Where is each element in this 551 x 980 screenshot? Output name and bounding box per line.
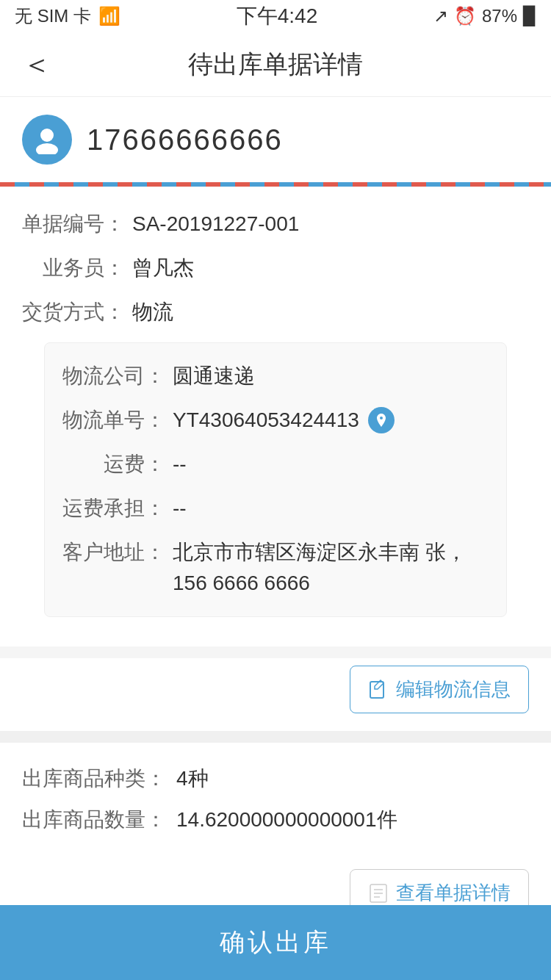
carrier-text: 无 SIM 卡	[15, 4, 91, 28]
customer-phone: 17666666666	[87, 123, 283, 156]
edit-btn-row: 编辑物流信息	[0, 658, 551, 731]
status-bar: 无 SIM 卡 📶 下午4:42 ↗ ⏰ 87% ▉	[0, 0, 551, 32]
product-quantity-value: 14.620000000000001件	[176, 806, 529, 834]
confirm-button[interactable]: 确认出库	[220, 926, 331, 959]
wifi-icon: 📶	[98, 6, 120, 26]
tracking-number: YT43064053424413	[173, 405, 359, 436]
edit-icon	[368, 680, 389, 700]
back-button[interactable]: ＜	[22, 37, 59, 92]
location-icon[interactable]	[368, 407, 395, 433]
address-label: 客户地址：	[62, 537, 165, 568]
order-number-row: 单据编号： SA-20191227-001	[22, 209, 529, 239]
customer-avatar	[22, 115, 72, 165]
confirm-btn-wrap: 确认出库	[0, 905, 551, 980]
freight-value: --	[173, 449, 489, 480]
freight-bearer-row: 运费承担： --	[62, 493, 489, 524]
order-number-value: SA-20191227-001	[132, 209, 529, 239]
logistics-company-value: 圆通速递	[173, 361, 489, 392]
location-service-icon: ↗	[433, 6, 448, 26]
logistics-tracking-value: YT43064053424413	[173, 405, 489, 436]
svg-point-1	[36, 143, 58, 154]
delivery-row: 交货方式： 物流	[22, 297, 529, 328]
salesperson-label: 业务员：	[22, 253, 125, 284]
edit-logistics-label: 编辑物流信息	[396, 677, 511, 702]
salesperson-value: 曾凡杰	[132, 253, 529, 284]
battery-icon: ▉	[523, 6, 536, 26]
address-value: 北京市市辖区海淀区永丰南 张，156 6666 6666	[173, 537, 489, 599]
edit-logistics-button[interactable]: 编辑物流信息	[350, 666, 529, 713]
product-types-row: 出库商品种类： 4种	[22, 765, 529, 793]
order-info-section: 单据编号： SA-20191227-001 业务员： 曾凡杰 交货方式： 物流 …	[0, 187, 551, 646]
product-types-label: 出库商品种类：	[22, 765, 169, 793]
freight-row: 运费： --	[62, 449, 489, 480]
product-quantity-label: 出库商品数量：	[22, 806, 169, 834]
battery-text: 87%	[482, 6, 517, 26]
delivery-label: 交货方式：	[22, 297, 125, 328]
product-section: 出库商品种类： 4种 出库商品数量： 14.620000000000001件	[0, 743, 551, 862]
document-icon	[368, 883, 389, 904]
status-left: 无 SIM 卡 📶	[15, 4, 120, 28]
logistics-tracking-row: 物流单号： YT43064053424413	[62, 405, 489, 436]
status-time: 下午4:42	[237, 2, 318, 30]
order-number-label: 单据编号：	[22, 209, 125, 239]
customer-header: 17666666666	[0, 97, 551, 182]
freight-bearer-label: 运费承担：	[62, 493, 165, 524]
address-row: 客户地址： 北京市市辖区海淀区永丰南 张，156 6666 6666	[62, 537, 489, 599]
map-pin-svg	[373, 412, 389, 428]
alarm-icon: ⏰	[454, 6, 476, 26]
logistics-company-row: 物流公司： 圆通速递	[62, 361, 489, 392]
status-right: ↗ ⏰ 87% ▉	[433, 6, 536, 26]
logistics-card: 物流公司： 圆通速递 物流单号： YT43064053424413 运费： --…	[44, 342, 507, 617]
svg-point-0	[40, 129, 54, 142]
salesperson-row: 业务员： 曾凡杰	[22, 253, 529, 284]
freight-label: 运费：	[62, 449, 165, 480]
logistics-company-label: 物流公司：	[62, 361, 165, 392]
logistics-tracking-label: 物流单号：	[62, 405, 165, 436]
nav-bar: ＜ 待出库单据详情	[0, 32, 551, 97]
person-icon	[32, 125, 62, 154]
page-title: 待出库单据详情	[188, 48, 363, 82]
delivery-value: 物流	[132, 297, 529, 328]
product-quantity-row: 出库商品数量： 14.620000000000001件	[22, 806, 529, 834]
freight-bearer-value: --	[173, 493, 489, 524]
product-types-value: 4种	[176, 765, 529, 793]
section-separator	[0, 731, 551, 743]
view-detail-label: 查看单据详情	[396, 880, 511, 906]
